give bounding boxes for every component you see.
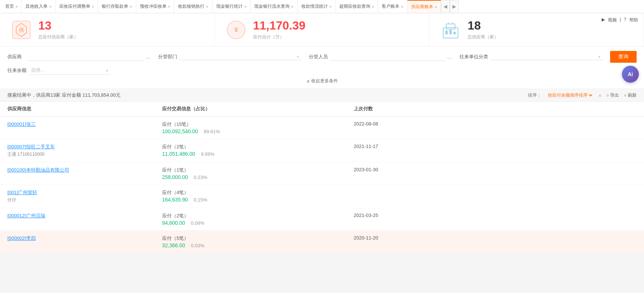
help-icon: ?	[624, 17, 626, 23]
row-0-supplier-link[interactable]: [000001]张三	[7, 121, 36, 127]
sort-select[interactable]: 按应付余额倒序排序	[546, 92, 594, 98]
search-button[interactable]: 查询	[610, 51, 637, 63]
nav-tab-7-close[interactable]: ×	[291, 4, 293, 9]
person-dots-btn[interactable]: ...	[447, 54, 452, 60]
nav-tab-receipt-stat[interactable]: 收款情况统计 ×	[298, 0, 336, 13]
row-4-supplier: [000012]广州贝瑞	[7, 213, 162, 219]
stat-number-3: 18	[468, 19, 498, 32]
refresh-button[interactable]: ○ 刷新	[624, 92, 637, 99]
nav-tab-supplier-ledger[interactable]: 供应商账本 ×	[407, 0, 441, 13]
svg-rect-8	[454, 32, 456, 34]
nav-tab-receipt-verify[interactable]: 收款核销执行 ×	[174, 0, 212, 13]
filter-area: 供应商 ... 分管部门 ∨ 分管人员 ... 往来单位分类 ∨ 查询	[0, 46, 644, 89]
row-3-trade-label: 应付（4笔）	[162, 190, 189, 195]
ai-button-label: Ai	[628, 71, 633, 77]
nav-tab-2-label: 应收应付调整单	[59, 3, 90, 10]
header-stats: 供 13 总应付供应商（家） ¥ 11,170.39 应付合计（万）	[0, 13, 644, 46]
nav-tab-2-close[interactable]: ×	[92, 4, 94, 9]
row-0-trade-label: 应付（15笔）	[162, 121, 191, 127]
row-1-trade-amount[interactable]: 11,051,486.00	[162, 151, 195, 157]
row-3-trade-amount[interactable]: 164,635.90	[162, 197, 188, 203]
ai-button[interactable]: Ai	[622, 66, 639, 83]
nav-tab-prepay-charge[interactable]: 预收冲应收单 ×	[136, 0, 174, 13]
nav-tab-home-close[interactable]: ×	[15, 4, 18, 9]
table-row: [000001]张三 应付（15笔） 100,092,540.00 89.61%…	[0, 117, 644, 139]
filter-balance-label: 往来余额	[7, 67, 27, 74]
nav-tab-9-close[interactable]: ×	[372, 4, 374, 9]
table-row: [001]广州荣轩 仔仔 应付（4笔） 164,635.90 0.15%	[0, 185, 644, 208]
nav-tab-customer-ledger[interactable]: 客户账本 ×	[378, 0, 407, 13]
stat-icon-1: 供	[11, 20, 32, 40]
nav-tab-11-close[interactable]: ×	[435, 5, 437, 9]
row-5-lastpay-date: 2020-11-20	[354, 235, 378, 241]
row-0-lastpay-date: 2022-08-08	[354, 121, 378, 127]
row-1-supplier-link[interactable]: [000007]恒旺二手叉车	[7, 144, 55, 149]
nav-right-arrow[interactable]: ▶	[450, 0, 459, 13]
nav-tab-cash-bank-flow[interactable]: 现金银行流水查询 ×	[251, 0, 297, 13]
nav-tab-other-income[interactable]: 其他收入单 ×	[22, 0, 55, 13]
export-icon: ○	[606, 93, 609, 98]
nav-tab-4-close[interactable]: ×	[168, 4, 170, 9]
row-5-lastpay: 2020-11-20	[354, 235, 637, 241]
nav-left-arrow[interactable]: ◀	[441, 0, 450, 13]
table-row: [000100]本特勤油品有限公司 应付（1笔） 258,000.00 0.23…	[0, 162, 644, 185]
nav-tab-6-close[interactable]: ×	[244, 4, 246, 9]
person-input[interactable]	[330, 53, 445, 61]
filter-supplier: 供应商 ...	[7, 53, 151, 61]
row-5-trade-label: 应付（5笔）	[162, 235, 189, 241]
stat-label-1: 总应付供应商（家）	[38, 34, 78, 40]
row-0-trade-row2: 100,092,540.00 89.61%	[162, 128, 354, 134]
export-button[interactable]: ○ 导出	[606, 92, 619, 99]
supplier-input[interactable]	[28, 53, 144, 61]
row-4-trade-amount[interactable]: 94,600.00	[162, 220, 185, 226]
row-2-trade-amount[interactable]: 258,000.00	[162, 174, 188, 180]
row-4-trade-pct: 0.08%	[191, 220, 204, 226]
col-header-supplier: 供应商信息	[7, 106, 162, 112]
nav-tab-3-close[interactable]: ×	[130, 4, 132, 9]
nav-tab-overdue-ar[interactable]: 超期应收款查询 ×	[336, 0, 378, 13]
export-label: 导出	[610, 92, 619, 99]
row-4-supplier-link[interactable]: [000012]广州贝瑞	[7, 213, 45, 218]
table-container: 供应商信息 应付交易信息（占比） 上次付数 [000001]张三 应付（15笔）…	[0, 102, 644, 253]
row-5-supplier-link[interactable]: [000002]李四	[7, 235, 36, 241]
filter-dept-label: 分管部门	[158, 54, 177, 60]
nav-tab-bank-deposit[interactable]: 银行存取款单 ×	[98, 0, 136, 13]
row-2-trade-pct: 0.23%	[194, 175, 207, 180]
row-3-supplier-sub: 仔仔	[7, 197, 162, 203]
balance-dropdown[interactable]: 选择... ∨	[29, 66, 111, 75]
category-dropdown[interactable]: ∨	[490, 54, 603, 60]
row-3-supplier-link[interactable]: [001]广州荣轩	[7, 190, 37, 195]
video-icon: ▶	[602, 17, 605, 23]
stat-block-1: 供 13 总应付供应商（家）	[0, 13, 215, 46]
row-5-trade-row2: 32,366.00 0.03%	[162, 242, 354, 248]
video-link[interactable]: 视频	[608, 17, 617, 23]
filter-category: 往来单位分类 ∨	[459, 54, 603, 60]
nav-tab-8-close[interactable]: ×	[329, 4, 332, 9]
svg-rect-9	[446, 24, 455, 29]
nav-tab-4-label: 预收冲应收单	[140, 3, 167, 10]
row-4-lastpay-date: 2021-03-25	[354, 213, 378, 218]
collapse-button[interactable]: ∧ 收起更多条件	[7, 78, 637, 84]
row-5-trade-amount[interactable]: 32,366.00	[162, 242, 185, 248]
stat-info-3: 18 总供应商（家）	[468, 19, 498, 40]
nav-tab-10-close[interactable]: ×	[401, 4, 403, 9]
row-5-trade: 应付（5笔） 32,366.00 0.03%	[162, 235, 354, 248]
help-link[interactable]: 帮助	[629, 17, 638, 23]
header-links: ▶ 视频 | ? 帮助	[602, 17, 638, 23]
link-separator: |	[620, 17, 621, 23]
supplier-dots-btn[interactable]: ...	[146, 54, 151, 60]
nav-tab-8-label: 收款情况统计	[301, 3, 328, 10]
nav-tab-5-close[interactable]: ×	[206, 4, 208, 9]
nav-tab-ar-ap-adjust[interactable]: 应收应付调整单 ×	[56, 0, 98, 13]
nav-tab-cash-bank-stat[interactable]: 现金银行统计 ×	[213, 0, 251, 13]
nav-tab-home[interactable]: 首页 ×	[1, 0, 22, 13]
row-4-trade: 应付（2笔） 94,600.00 0.08%	[162, 213, 354, 226]
nav-tab-1-close[interactable]: ×	[49, 4, 51, 9]
refresh-icon: ○	[624, 93, 627, 98]
row-4-lastpay: 2021-03-25	[354, 213, 637, 218]
row-1-trade-pct: 9.89%	[201, 151, 214, 157]
row-2-supplier-link[interactable]: [000100]本特勤油品有限公司	[7, 167, 69, 173]
row-0-trade-amount[interactable]: 100,092,540.00	[162, 128, 198, 134]
table-row: [000012]广州贝瑞 应付（2笔） 94,600.00 0.08% 2021…	[0, 208, 644, 231]
dept-dropdown[interactable]: ∨	[179, 54, 301, 60]
